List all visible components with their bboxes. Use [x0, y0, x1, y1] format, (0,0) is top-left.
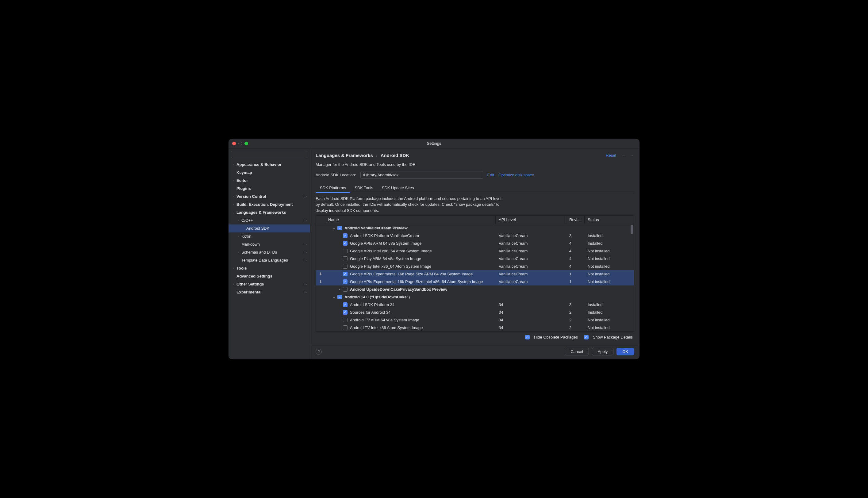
scrollbar-thumb[interactable]	[631, 225, 633, 234]
package-name: Google APIs Experimental 16k Page Size A…	[350, 272, 473, 276]
tab-sdk-tools[interactable]: SDK Tools	[350, 184, 377, 193]
hide-obsolete-checkbox[interactable]: ✓ Hide Obsolete Packages	[525, 335, 578, 339]
sidebar-item-plugins[interactable]: Plugins	[228, 185, 310, 193]
tab-description: Each Android SDK Platform package includ…	[316, 196, 506, 214]
sidebar-item-label: Build, Execution, Deployment	[236, 202, 307, 207]
package-row[interactable]: Android TV Intel x86 Atom System Image34…	[316, 324, 634, 331]
sidebar: 🔍 ›Appearance & BehaviorKeymap›EditorPlu…	[228, 148, 310, 359]
forward-icon[interactable]: →	[630, 153, 634, 158]
package-row[interactable]: ✓Sources for Android 34342Installed	[316, 309, 634, 316]
tab-sdk-platforms[interactable]: SDK Platforms	[316, 184, 350, 193]
col-download	[316, 215, 325, 224]
checkbox[interactable]	[343, 325, 347, 330]
sidebar-item-schemas-and-dtds[interactable]: ›Schemas and DTDs▭	[228, 248, 310, 257]
sidebar-item-other-settings[interactable]: ›Other Settings▭	[228, 280, 310, 288]
show-details-checkbox[interactable]: ✓ Show Package Details	[584, 335, 633, 339]
package-row[interactable]: ✓Android SDK Platform VanillaIceCreamVan…	[316, 232, 634, 239]
ok-button[interactable]: OK	[617, 348, 634, 355]
expand-icon[interactable]: ⌄	[332, 295, 336, 299]
checkbox[interactable]: ✓	[343, 272, 347, 276]
sidebar-item-advanced-settings[interactable]: Advanced Settings	[228, 272, 310, 280]
tab-sdk-update-sites[interactable]: SDK Update Sites	[378, 184, 418, 193]
help-icon[interactable]: ?	[316, 349, 322, 355]
back-icon[interactable]: ←	[622, 153, 626, 158]
checkbox[interactable]: ✓	[343, 310, 347, 315]
table-body[interactable]: ⌄−Android VanillaIceCream Preview✓Androi…	[316, 224, 634, 331]
expand-icon[interactable]: ⌄	[332, 226, 336, 230]
sidebar-item-label: Kotlin	[241, 234, 307, 239]
sidebar-item-version-control[interactable]: ›Version Control▭	[228, 193, 310, 200]
download-icon: ⬇	[319, 272, 323, 276]
sidebar-item-label: Languages & Frameworks	[236, 210, 307, 215]
rev-cell: 4	[566, 249, 584, 253]
checkbox[interactable]: ✓	[343, 302, 347, 307]
sidebar-item-editor[interactable]: ›Editor	[228, 176, 310, 185]
sidebar-item-build-execution-deployment[interactable]: ›Build, Execution, Deployment	[228, 200, 310, 209]
package-group[interactable]: ⌄−Android VanillaIceCream Preview	[316, 224, 634, 232]
optimize-link[interactable]: Optimize disk space	[498, 173, 534, 177]
sidebar-item-keymap[interactable]: Keymap	[228, 169, 310, 176]
package-row[interactable]: ✓Android SDK Platform 34343Installed	[316, 301, 634, 309]
chevron-icon: ›	[231, 195, 236, 198]
package-group[interactable]: ›Android UpsideDownCakePrivacySandbox Pr…	[316, 286, 634, 293]
sidebar-item-markdown[interactable]: Markdown▭	[228, 240, 310, 248]
sidebar-item-label: C/C++	[241, 218, 304, 223]
checkbox[interactable]: ✓	[343, 279, 347, 284]
name-cell: ✓Google APIs Experimental 16k Page Size …	[325, 272, 496, 276]
chevron-icon: ›	[236, 219, 241, 222]
col-status[interactable]: Status	[584, 215, 634, 224]
sidebar-item-android-sdk[interactable]: Android SDK	[228, 224, 310, 233]
sidebar-item-experimental[interactable]: Experimental▭	[228, 288, 310, 296]
checkbox[interactable]: ✓	[343, 241, 347, 246]
checkbox[interactable]	[343, 257, 347, 261]
package-row[interactable]: ⬇✓Google APIs Experimental 16k Page Size…	[316, 270, 634, 278]
sidebar-item-kotlin[interactable]: ›Kotlin	[228, 233, 310, 240]
show-details-label: Show Package Details	[593, 335, 633, 339]
reset-link[interactable]: Reset	[606, 153, 616, 158]
checkbox[interactable]	[343, 287, 347, 292]
package-row[interactable]: Google APIs Intel x86_64 Atom System Ima…	[316, 247, 634, 255]
breadcrumb-parent[interactable]: Languages & Frameworks	[316, 153, 373, 158]
package-row[interactable]: ✓Google APIs ARM 64 v8a System ImageVani…	[316, 239, 634, 247]
edit-link[interactable]: Edit	[487, 173, 494, 177]
api-cell: VanillaIceCream	[496, 257, 566, 261]
sidebar-item-tools[interactable]: ›Tools	[228, 264, 310, 272]
package-row[interactable]: ⬇✓Google APIs Experimental 16k Page Size…	[316, 278, 634, 286]
expand-icon[interactable]: ›	[338, 288, 342, 291]
checkbox[interactable]: −	[338, 226, 342, 230]
chevron-right-icon: ›	[376, 153, 378, 158]
checkbox[interactable]	[343, 264, 347, 268]
name-cell: ✓Google APIs ARM 64 v8a System Image	[325, 241, 496, 246]
sidebar-item-label: Template Data Languages	[241, 258, 304, 262]
package-row[interactable]: Google Play Intel x86_64 Atom System Ima…	[316, 262, 634, 270]
chevron-icon: ›	[231, 203, 236, 206]
cancel-button[interactable]: Cancel	[565, 348, 589, 355]
checkbox-icon: ✓	[584, 335, 589, 339]
package-row[interactable]: Android TV ARM 64 v8a System Image342Not…	[316, 316, 634, 324]
search-input[interactable]	[231, 151, 307, 158]
package-group[interactable]: ⌄−Android 14.0 ("UpsideDownCake")	[316, 293, 634, 301]
checkbox[interactable]	[343, 249, 347, 253]
rev-cell: 2	[566, 325, 584, 330]
sidebar-item-languages-frameworks[interactable]: ⌄Languages & Frameworks	[228, 209, 310, 217]
sdk-location-input[interactable]	[360, 171, 483, 179]
package-name: Android 14.0 ("UpsideDownCake")	[344, 295, 410, 299]
name-cell: Android TV Intel x86 Atom System Image	[325, 325, 496, 330]
api-cell: 34	[496, 318, 566, 322]
checkbox[interactable]: ✓	[343, 233, 347, 238]
apply-button[interactable]: Apply	[592, 348, 614, 355]
checkbox[interactable]: −	[338, 295, 342, 299]
package-row[interactable]: Google Play ARM 64 v8a System ImageVanil…	[316, 255, 634, 262]
name-cell: ›Android UpsideDownCakePrivacySandbox Pr…	[325, 287, 496, 292]
col-revision[interactable]: Revi...	[566, 215, 584, 224]
sidebar-item-label: Version Control	[236, 194, 304, 199]
sidebar-item-template-data-languages[interactable]: Template Data Languages▭	[228, 257, 310, 264]
api-cell: VanillaIceCream	[496, 279, 566, 284]
col-api-level[interactable]: API Level	[496, 215, 566, 224]
package-name: Android UpsideDownCakePrivacySandbox Pre…	[350, 287, 447, 292]
sidebar-item-appearance-behavior[interactable]: ›Appearance & Behavior	[228, 161, 310, 169]
col-name[interactable]: Name	[325, 215, 496, 224]
checkbox[interactable]	[343, 318, 347, 322]
sidebar-item-c-c-[interactable]: ›C/C++▭	[228, 217, 310, 224]
scope-icon: ▭	[304, 250, 307, 254]
